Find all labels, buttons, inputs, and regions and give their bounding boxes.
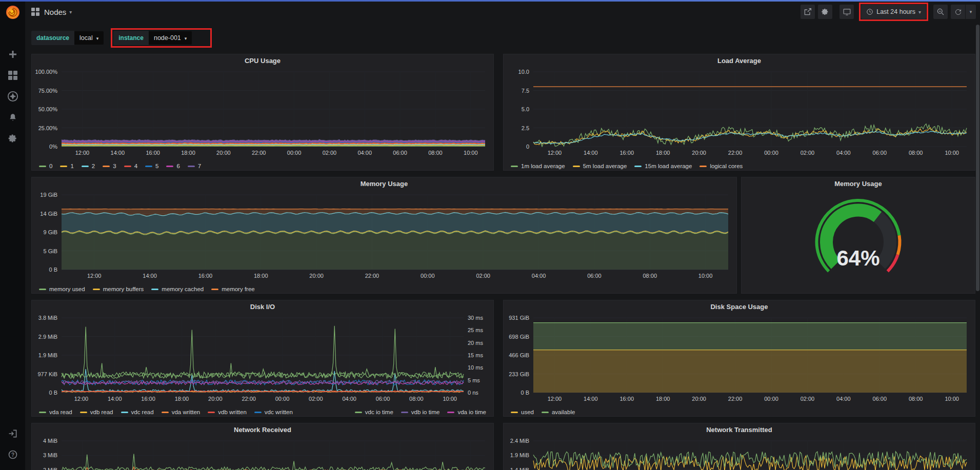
svg-text:04:00: 04:00 bbox=[357, 150, 372, 156]
legend-item[interactable]: available bbox=[542, 409, 575, 415]
svg-text:25 ms: 25 ms bbox=[468, 327, 483, 333]
svg-text:100.00%: 100.00% bbox=[35, 69, 58, 75]
svg-text:2 MiB: 2 MiB bbox=[43, 467, 57, 470]
refresh-interval-caret[interactable]: ▾ bbox=[966, 5, 976, 19]
svg-text:4 MiB: 4 MiB bbox=[43, 438, 57, 444]
network-transmitted-chart[interactable]: 2.4 MiB1.9 MiB1.4 MiB12:0014:0016:0018:0… bbox=[504, 437, 975, 470]
legend-item[interactable]: 1 bbox=[60, 163, 73, 169]
create-plus-icon[interactable] bbox=[0, 44, 25, 65]
panel-cpu-usage: CPU Usage 100.00%75.00%50.00%25.00%0%12:… bbox=[31, 54, 494, 171]
svg-text:2.4 MiB: 2.4 MiB bbox=[510, 438, 529, 444]
memory-usage-chart[interactable]: 19 GiB14 GiB9 GiB5 GiB0 B12:0014:0016:00… bbox=[32, 191, 736, 283]
disk-io-chart[interactable]: 3.8 MiB2.9 MiB1.9 MiB977 KiB0 B30 ms25 m… bbox=[32, 314, 493, 406]
legend-item[interactable]: memory used bbox=[39, 286, 85, 292]
svg-text:5 GiB: 5 GiB bbox=[43, 248, 57, 254]
panel-title[interactable]: Memory Usage bbox=[742, 177, 975, 191]
svg-text:22:00: 22:00 bbox=[728, 150, 743, 156]
panel-memory-usage: Memory Usage 19 GiB14 GiB9 GiB5 GiB0 B12… bbox=[31, 177, 737, 294]
network-received-chart[interactable]: 4 MiB3 MiB2 MiB12:0014:0016:0018:0020:00… bbox=[32, 437, 493, 470]
legend-item[interactable]: vdb written bbox=[208, 409, 247, 415]
legend-item[interactable]: vdb read bbox=[80, 409, 113, 415]
svg-text:20:00: 20:00 bbox=[208, 396, 223, 402]
legend-item[interactable]: 5 bbox=[145, 163, 158, 169]
legend-item[interactable]: vda read bbox=[39, 409, 72, 415]
dashboards-icon[interactable] bbox=[0, 65, 25, 86]
legend-item[interactable]: vdc written bbox=[254, 409, 293, 415]
alerting-bell-icon[interactable] bbox=[0, 107, 25, 128]
legend-item[interactable]: 15m load average bbox=[634, 163, 692, 169]
cycle-view-mode-button[interactable] bbox=[839, 5, 854, 19]
disk-space-chart[interactable]: 931 GiB698 GiB466 GiB233 GiB0 B12:0014:0… bbox=[504, 314, 975, 406]
instance-select[interactable]: node-001▾ bbox=[149, 31, 192, 45]
svg-text:06:00: 06:00 bbox=[587, 273, 602, 279]
legend-item[interactable]: memory buffers bbox=[93, 286, 144, 292]
load-average-legend[interactable]: 1m load average5m load average15m load a… bbox=[504, 160, 975, 172]
explore-compass-icon[interactable] bbox=[0, 86, 25, 107]
variable-datasource: datasource local▾ bbox=[31, 31, 104, 45]
dashboard-settings-button[interactable] bbox=[818, 5, 832, 19]
refresh-button[interactable] bbox=[951, 5, 965, 19]
svg-text:22:00: 22:00 bbox=[242, 396, 256, 402]
svg-text:20:00: 20:00 bbox=[216, 150, 231, 156]
dashboard-variables-row: datasource local▾ instance node-001▾ bbox=[31, 28, 212, 48]
time-picker-highlight-box: Last 24 hours ▾ bbox=[859, 3, 928, 21]
legend-item[interactable]: 7 bbox=[188, 163, 201, 169]
share-button[interactable] bbox=[801, 5, 815, 19]
svg-text:64%: 64% bbox=[836, 246, 879, 270]
zoom-out-button[interactable] bbox=[933, 5, 948, 19]
legend-item[interactable]: vdc read bbox=[121, 409, 154, 415]
svg-text:22:00: 22:00 bbox=[365, 273, 379, 279]
panel-title[interactable]: Disk Space Usage bbox=[504, 300, 975, 314]
legend-item[interactable]: memory cached bbox=[151, 286, 204, 292]
panel-title[interactable]: Network Transmitted bbox=[504, 423, 975, 437]
sign-in-icon[interactable] bbox=[0, 423, 25, 444]
legend-item[interactable]: 1m load average bbox=[511, 163, 565, 169]
panel-title[interactable]: Disk I/O bbox=[32, 300, 493, 314]
legend-item[interactable]: 5m load average bbox=[573, 163, 627, 169]
svg-text:18:00: 18:00 bbox=[254, 273, 268, 279]
panel-disk-space: Disk Space Usage 931 GiB698 GiB466 GiB23… bbox=[503, 300, 975, 417]
load-average-chart[interactable]: 10.07.55.02.5012:0014:0016:0018:0020:002… bbox=[504, 68, 975, 160]
legend-item[interactable]: vda written bbox=[162, 409, 201, 415]
memory-usage-gauge[interactable]: 64% bbox=[742, 191, 975, 295]
svg-text:14:00: 14:00 bbox=[584, 396, 598, 402]
top-accent-line bbox=[0, 0, 980, 2]
legend-item[interactable]: vdc io time bbox=[355, 409, 393, 415]
legend-item[interactable]: 2 bbox=[82, 163, 95, 169]
dashboard-title-group[interactable]: Nodes ▾ bbox=[31, 8, 72, 16]
svg-text:02:00: 02:00 bbox=[323, 150, 337, 156]
svg-text:3 MiB: 3 MiB bbox=[43, 452, 57, 458]
disk-space-legend[interactable]: usedavailable bbox=[504, 406, 975, 418]
datasource-label: datasource bbox=[31, 31, 74, 45]
datasource-select[interactable]: local▾ bbox=[74, 31, 104, 45]
grafana-logo-icon[interactable] bbox=[5, 4, 21, 21]
svg-text:19 GiB: 19 GiB bbox=[40, 192, 57, 198]
panel-title[interactable]: CPU Usage bbox=[32, 54, 493, 68]
svg-text:16:00: 16:00 bbox=[198, 273, 213, 279]
disk-io-legend[interactable]: vda readvdb readvdc readvda writtenvdb w… bbox=[32, 406, 493, 418]
legend-item[interactable]: logical cores bbox=[699, 163, 743, 169]
legend-item[interactable]: vdb io time bbox=[401, 409, 440, 415]
panel-title[interactable]: Memory Usage bbox=[32, 177, 736, 191]
legend-item[interactable]: 3 bbox=[103, 163, 116, 169]
panel-title[interactable]: Network Received bbox=[32, 423, 493, 437]
legend-item[interactable]: vda io time bbox=[447, 409, 486, 415]
svg-text:10.0: 10.0 bbox=[518, 69, 529, 75]
panel-title[interactable]: Load Average bbox=[504, 54, 975, 68]
time-range-picker[interactable]: Last 24 hours ▾ bbox=[861, 5, 926, 19]
dashboard-grid-icon bbox=[31, 8, 39, 16]
memory-usage-legend[interactable]: memory usedmemory buffersmemory cachedme… bbox=[32, 283, 736, 295]
scrollbar[interactable] bbox=[976, 25, 979, 291]
cpu-usage-chart[interactable]: 100.00%75.00%50.00%25.00%0%12:0014:0016:… bbox=[32, 68, 493, 160]
legend-item[interactable]: 4 bbox=[124, 163, 137, 169]
configuration-gear-icon[interactable] bbox=[0, 128, 25, 149]
svg-text:18:00: 18:00 bbox=[181, 150, 195, 156]
legend-item[interactable]: used bbox=[511, 409, 534, 415]
cpu-usage-legend[interactable]: 01234567 bbox=[32, 160, 493, 172]
legend-item[interactable]: 0 bbox=[39, 163, 52, 169]
svg-text:75.00%: 75.00% bbox=[38, 88, 58, 94]
help-icon[interactable]: ? bbox=[0, 444, 25, 465]
svg-text:20 ms: 20 ms bbox=[468, 340, 483, 346]
legend-item[interactable]: memory free bbox=[211, 286, 255, 292]
legend-item[interactable]: 6 bbox=[166, 163, 179, 169]
